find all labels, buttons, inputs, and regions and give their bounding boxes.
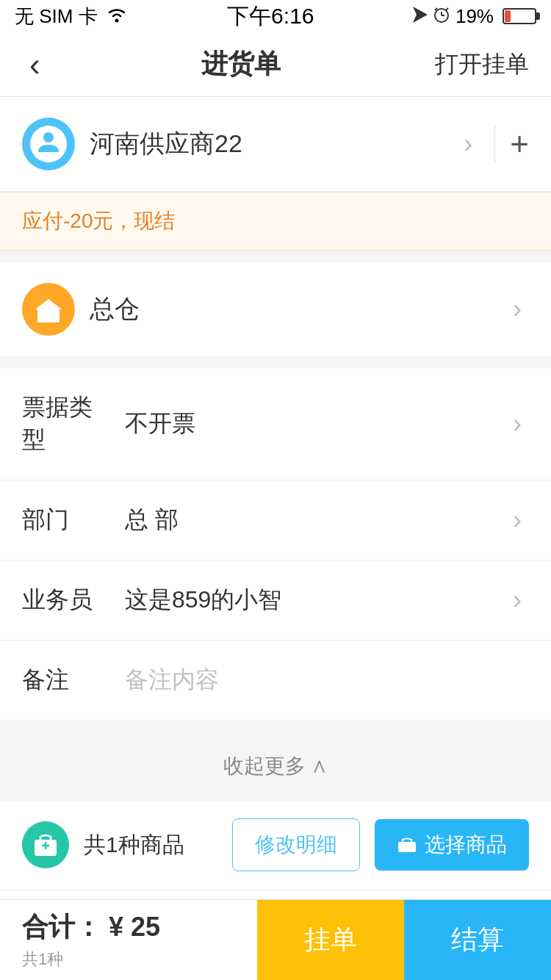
remark-row[interactable]: 备注 备注内容	[0, 641, 551, 720]
supplier-name: 河南供应商22	[90, 127, 464, 161]
svg-point-7	[43, 132, 54, 143]
add-supplier-button[interactable]: +	[510, 126, 529, 162]
status-left: 无 SIM 卡	[15, 4, 129, 29]
svg-point-0	[115, 18, 118, 22]
open-pending-button[interactable]: 打开挂单	[435, 48, 529, 81]
nav-bar: ‹ 进货单 打开挂单	[0, 32, 551, 97]
person-icon	[36, 129, 61, 159]
footer-total: 合计： ¥ 25 共1种	[0, 900, 257, 980]
svg-marker-1	[413, 7, 428, 23]
divider	[494, 126, 495, 162]
warehouse-chevron-icon: ›	[513, 294, 522, 325]
wifi-icon	[105, 5, 129, 28]
supplier-row[interactable]: 河南供应商22 › +	[0, 97, 551, 192]
supplier-card: 河南供应商22 › + 应付-20元，现结	[0, 97, 551, 251]
total-label: 合计：	[22, 912, 101, 942]
status-time: 下午6:16	[227, 1, 314, 32]
svg-marker-9	[35, 299, 62, 309]
edit-detail-button[interactable]: 修改明细	[232, 818, 360, 871]
total-sub-label: 共1种	[22, 948, 235, 970]
total-amount: 合计： ¥ 25	[22, 909, 235, 945]
sales-label: 业务员	[22, 584, 110, 616]
warehouse-name: 总仓	[90, 292, 513, 326]
avatar-inner	[30, 126, 67, 162]
carrier-text: 无 SIM 卡	[15, 4, 98, 29]
remark-value[interactable]: 备注内容	[110, 664, 529, 696]
sales-row[interactable]: 业务员 这是859的小智 ›	[0, 561, 551, 641]
battery-icon	[503, 8, 536, 24]
suspend-button[interactable]: 挂单	[257, 900, 404, 980]
status-right: 19%	[413, 5, 536, 28]
warning-banner: 应付-20元，现结	[0, 192, 551, 251]
page-title: 进货单	[201, 46, 281, 82]
product-count-icon	[22, 821, 69, 868]
product-header: 共1种商品 修改明细 选择商品	[0, 801, 551, 889]
back-button[interactable]: ‹	[22, 39, 48, 90]
footer: 合计： ¥ 25 共1种 挂单 结算	[0, 899, 551, 980]
checkout-button[interactable]: 结算	[404, 900, 551, 980]
invoice-chevron-icon: ›	[513, 408, 522, 439]
department-label: 部门	[22, 504, 110, 536]
svg-rect-10	[44, 314, 53, 323]
select-product-label: 选择商品	[425, 831, 507, 859]
location-icon	[413, 5, 428, 28]
invoice-label: 票据类型	[22, 392, 110, 456]
main-content: 河南供应商22 › + 应付-20元，现结 总仓 › 票据类型 不开票 ›	[0, 97, 551, 980]
warehouse-icon-wrap	[22, 283, 75, 336]
department-row[interactable]: 部门 总 部 ›	[0, 480, 551, 561]
remark-label: 备注	[22, 664, 110, 696]
battery-percent: 19%	[455, 5, 494, 28]
sales-chevron-icon: ›	[513, 585, 522, 616]
form-card: 票据类型 不开票 › 部门 总 部 › 业务员 这是859的小智 › 备注 备注…	[0, 368, 551, 720]
product-count-label: 共1种商品	[84, 830, 217, 860]
supplier-chevron-icon: ›	[464, 129, 472, 159]
alarm-icon	[433, 5, 450, 28]
collapse-button[interactable]: 收起更多 ∧	[0, 732, 551, 801]
department-value: 总 部	[110, 504, 513, 536]
status-bar: 无 SIM 卡 下午6:16 19%	[0, 0, 551, 32]
total-value: ¥ 25	[109, 912, 160, 942]
department-chevron-icon: ›	[513, 505, 522, 536]
select-product-button[interactable]: 选择商品	[375, 819, 529, 871]
warehouse-card[interactable]: 总仓 ›	[0, 262, 551, 356]
invoice-value: 不开票	[110, 408, 513, 440]
svg-line-6	[446, 8, 448, 10]
supplier-avatar	[22, 118, 75, 170]
invoice-row[interactable]: 票据类型 不开票 ›	[0, 368, 551, 480]
sales-value: 这是859的小智	[110, 584, 513, 616]
warehouse-row[interactable]: 总仓 ›	[0, 262, 551, 356]
